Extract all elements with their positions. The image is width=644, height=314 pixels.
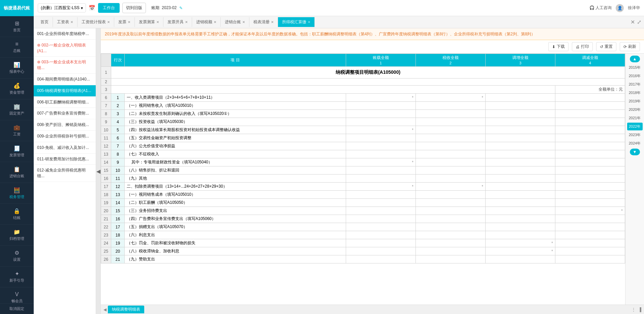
panel-toggle[interactable]: ◀ xyxy=(96,28,101,314)
table-row[interactable]: 16 11 （九）其他 xyxy=(101,175,625,183)
tab-home[interactable]: 首页 xyxy=(36,17,53,27)
left-panel-item-010[interactable]: 010-免税、减计收入及加计... xyxy=(34,142,96,154)
sidebar-item-label: 总账 xyxy=(13,48,21,53)
edit-period-icon[interactable]: ✎ xyxy=(179,6,183,10)
refresh-button[interactable]: ⟳ 刷新 xyxy=(620,42,640,51)
sidebar-item-settings[interactable]: ⚙ 设置 xyxy=(0,246,34,266)
tab-close-icon[interactable]: ✕ xyxy=(70,20,73,24)
table-row[interactable]: 12 7 （六）公允价值变动净损益 xyxy=(101,142,625,150)
table-row[interactable]: 18 13 （一）视同销售成本（填写A105010） xyxy=(101,191,625,199)
year-2015[interactable]: 2015年 xyxy=(627,64,643,71)
company-selector[interactable]: (勿删）江西股宝-LSS ▾ xyxy=(38,3,86,12)
col-c3-header: 调增全额3 xyxy=(485,54,555,67)
year-2018[interactable]: 2018年 xyxy=(627,89,643,97)
sidebar-item-report[interactable]: 📊 报表中心 xyxy=(0,58,34,78)
table-row[interactable]: 13 8 （七）不征税收入 xyxy=(101,150,625,158)
table-row[interactable]: 6 1 一、收入类调整项目（2+3+4+5+6+7+8+10+11） * * xyxy=(101,94,625,102)
minimize-icon[interactable]: ✕ xyxy=(631,19,635,25)
scroll-left-icon[interactable]: ◀ xyxy=(103,307,106,312)
year-up-arrow[interactable]: ▲ xyxy=(630,56,640,62)
tab-invoice[interactable]: 发票✕ xyxy=(114,17,135,27)
sidebar-item-home[interactable]: ⊞ 首页 xyxy=(0,16,34,37)
tab-purchase-tax[interactable]: 进销税额✕ xyxy=(192,17,221,27)
tab-close-icon[interactable]: ✕ xyxy=(308,20,310,24)
year-2022[interactable]: 2022年 xyxy=(627,123,643,130)
left-panel-item-011[interactable]: 011-研发费用加计扣除优惠... xyxy=(34,154,96,165)
tab-close-icon[interactable]: ✕ xyxy=(107,20,110,24)
year-2023[interactable]: 2023年 xyxy=(627,131,643,139)
sidebar-item-closing[interactable]: 🔒 结账 xyxy=(0,204,34,225)
table-row[interactable]: 20 15 （三）业务招待费支出 * xyxy=(101,207,625,215)
bottom-tab-shuize[interactable]: 纳税调整明细表 xyxy=(108,306,144,313)
table-row[interactable]: 8 3 （二）未按权责发生制原则确认的收入（填写A105020①） xyxy=(101,110,625,118)
table-row[interactable]: 19 14 （二）职工薪酬（填写A105050） xyxy=(101,199,625,207)
download-button[interactable]: ⬇ 下载 xyxy=(548,42,569,51)
left-panel-item-004[interactable]: 004-期间费用明细表(A1040... xyxy=(34,74,96,85)
sidebar-item-ledger[interactable]: ≡ 总账 xyxy=(0,37,34,58)
left-panel-item-006[interactable]: 006-职工薪酬纳税调整明细... xyxy=(34,97,96,108)
tab-close-icon[interactable]: ✕ xyxy=(242,20,245,24)
left-panel-item-001[interactable]: 001-企业所得税年度纳税申... xyxy=(34,28,96,40)
table-row[interactable]: 17 12 二、扣除类调整项目（13+14+...24+26+27+28+29+… xyxy=(101,183,625,191)
sidebar-item-invoice[interactable]: 🧾 发票管理 xyxy=(0,141,34,162)
pin-toggle[interactable]: 取消固定 xyxy=(0,303,34,314)
table-scroll[interactable]: 行次 项 目 账载全额1 税收全额2 调增全额3 调减全额4 1 xyxy=(101,54,625,305)
more-icon[interactable]: ⋮ xyxy=(632,307,636,312)
sidebar-item-guide[interactable]: ✦ 新手引导 xyxy=(0,266,34,287)
table-row[interactable]: 15 10 （八）销售折扣、折让和退回 xyxy=(101,166,625,175)
tab-close-icon[interactable]: ✕ xyxy=(185,20,188,24)
tab-close-icon[interactable]: ✕ xyxy=(156,20,159,24)
table-row[interactable]: 24 19 （七）罚金、罚款和被没收财物的损失 * xyxy=(101,239,625,247)
table-row[interactable]: 21 16 （四）广告费和业务宣传费支出（填写A105060） xyxy=(101,215,625,223)
home-icon: ⊞ xyxy=(15,20,19,27)
table-row[interactable]: 26 21 （九）赞助支出 xyxy=(101,255,625,263)
left-panel-item-012[interactable]: 012-减免企业所得税优惠明细... xyxy=(34,165,96,182)
table-row[interactable]: 9 4 （三）投资收益（填写A105030） xyxy=(101,118,625,126)
year-2016[interactable]: 2016年 xyxy=(627,72,643,80)
tab-close-icon[interactable]: ✕ xyxy=(271,20,274,24)
tab-close-icon[interactable]: ✕ xyxy=(128,20,130,24)
left-panel-item-002[interactable]: ⊗ 002-一般企业收入明细表(A1... xyxy=(34,40,96,57)
sidebar-item-asset[interactable]: 💰 资金管理 xyxy=(0,78,34,99)
table-row[interactable]: 23 18 （六）利息支出 xyxy=(101,231,625,239)
tab-purchase-ledger[interactable]: 进销台账✕ xyxy=(221,17,249,27)
tab-salary-stat[interactable]: 工资统计报表✕ xyxy=(78,17,114,27)
support-link[interactable]: 🎧 人工咨询 xyxy=(589,5,612,11)
table-row[interactable]: 10 5 （四）按权益法核算长期股权投资对初始投资成本调整确认收益 * xyxy=(101,126,625,134)
tab-income-tax[interactable]: 所得税汇算缴✕ xyxy=(278,17,315,27)
tab-invoice-calc[interactable]: 发票测算✕ xyxy=(135,17,163,27)
year-2021[interactable]: 2021年 xyxy=(627,114,643,122)
tab-salary[interactable]: 工资表✕ xyxy=(53,17,78,27)
sidebar-item-salary[interactable]: 💼 工资 xyxy=(0,120,34,141)
year-down-arrow[interactable]: ▼ xyxy=(630,149,640,155)
print-button[interactable]: 🖨 打印 xyxy=(572,42,593,51)
sidebar-item-member[interactable]: V 畅会员 xyxy=(0,287,34,303)
sidebar-item-purchase[interactable]: 📋 进销台账 xyxy=(0,162,34,183)
table-row[interactable]: 14 9 其中：专项用途财政性资金（填写A105040） * xyxy=(101,158,625,166)
left-panel-item-009[interactable]: 009-企业所得税弥补亏损明... xyxy=(34,131,96,142)
workbench-button[interactable]: 工作台 xyxy=(98,3,120,13)
year-2024[interactable]: 2024年 xyxy=(627,139,643,147)
table-row[interactable]: 22 17 （五）捐赠支出（填写A105070） xyxy=(101,223,625,231)
left-panel-item-005[interactable]: 005-纳税调整项目明细表(A1... xyxy=(34,85,96,97)
table-row[interactable]: 7 2 （一）视同销售收入（填写A105010） xyxy=(101,102,625,110)
expand-icon[interactable]: ⤢ xyxy=(637,19,641,25)
sidebar-item-fixed[interactable]: 🏢 固定资产 xyxy=(0,99,34,120)
left-panel-item-003[interactable]: ⊗ 003-一般企业成本支出明细... xyxy=(34,57,96,74)
sidebar-item-archive[interactable]: 📁 归档管理 xyxy=(0,225,34,246)
left-panel-item-008[interactable]: 008-资产折旧、摊销及纳税... xyxy=(34,119,96,131)
left-panel-item-007[interactable]: 007-广告费和业务宣传费附... xyxy=(34,108,96,119)
year-2020[interactable]: 2020年 xyxy=(627,106,643,114)
table-row[interactable]: 11 6 （五）交易性金融资产初始投资调整 xyxy=(101,134,625,142)
sidebar-item-tax[interactable]: 🧮 税务管理 xyxy=(0,183,34,204)
oldver-button[interactable]: 切到旧版 xyxy=(122,3,146,13)
year-2017[interactable]: 2017年 xyxy=(627,81,643,88)
table-row[interactable]: 25 20 （八）税收滞纳金、加收利息 * xyxy=(101,247,625,255)
headset-icon: 🎧 xyxy=(589,5,594,10)
year-2019[interactable]: 2019年 xyxy=(627,97,643,105)
tab-tax-clear[interactable]: 税表清册✕ xyxy=(249,17,278,27)
reset-button[interactable]: ↺ 重置 xyxy=(596,42,616,51)
tab-close-icon[interactable]: ✕ xyxy=(214,20,216,24)
tab-invoice-open[interactable]: 发票开具✕ xyxy=(163,17,192,27)
user-name[interactable]: 徐泽华 xyxy=(628,5,640,11)
